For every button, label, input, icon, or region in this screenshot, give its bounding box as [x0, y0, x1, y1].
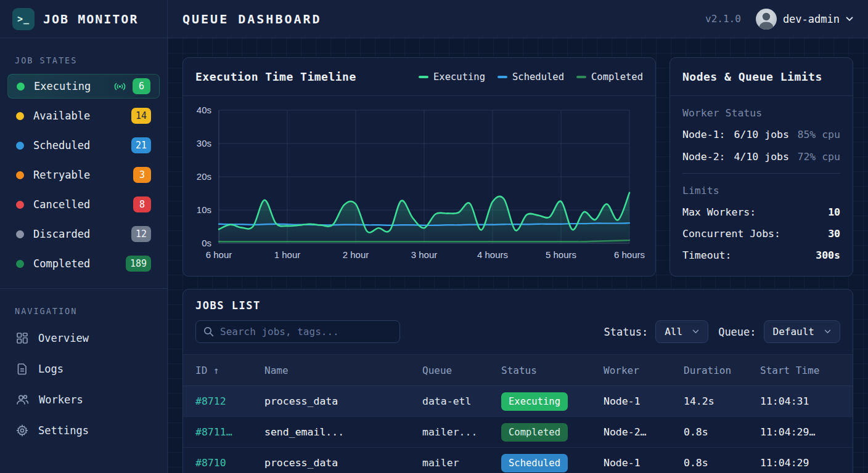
jobs-list-header: JOBS LIST Status:AllQueue:Default — [183, 289, 853, 343]
state-dot-icon — [16, 112, 24, 120]
sidebar-state-cancelled[interactable]: Cancelled8 — [7, 192, 160, 217]
column-header[interactable]: Status — [501, 365, 604, 376]
limit-label: Concurrent Jobs: — [682, 228, 780, 240]
column-header[interactable]: Start Time — [760, 365, 853, 376]
filter-dropdown[interactable]: Default — [764, 320, 840, 343]
job-name: send_email... — [264, 426, 422, 438]
job-name: process_data — [264, 395, 422, 407]
chart-legend: ExecutingScheduledCompleted — [419, 71, 643, 83]
job-worker: Node-1 — [604, 457, 684, 469]
svg-text:0s: 0s — [202, 238, 211, 248]
state-dot-icon — [16, 260, 24, 268]
nodes-divider — [682, 173, 840, 174]
sidebar-item-workers[interactable]: Workers — [7, 386, 160, 413]
sidebar-state-completed[interactable]: Completed189 — [7, 251, 160, 276]
node-jobs: 4/10 jobs — [734, 151, 798, 163]
node-cpu: 85% cpu — [797, 129, 840, 140]
job-worker: Node-2… — [604, 426, 684, 438]
svg-text:6 hours: 6 hours — [614, 249, 645, 260]
worker-status-label: Worker Status — [682, 107, 840, 119]
page-title: QUEUE DASHBOARD — [182, 12, 322, 26]
job-start-time: 11:04:31 — [760, 395, 853, 407]
user-menu[interactable]: dev-admin — [756, 9, 853, 30]
svg-text:4 hours: 4 hours — [477, 249, 508, 260]
state-count-badge: 6 — [133, 78, 150, 94]
node-name: Node-1: — [682, 129, 726, 140]
column-header[interactable]: Duration — [684, 365, 760, 376]
terminal-icon: >_ — [12, 8, 35, 30]
job-start-time: 11:04:29… — [760, 426, 853, 438]
table-row[interactable]: #8710process_datamailerScheduledNode-10.… — [183, 448, 853, 473]
sidebar-item-logs[interactable]: Logs — [7, 355, 160, 382]
dashboard-main: Execution Time Timeline ExecutingSchedul… — [168, 38, 868, 473]
limit-row: Max Workers:10 — [682, 206, 840, 218]
svg-text:1 hour: 1 hour — [274, 249, 301, 260]
table-row[interactable]: #8711…send_email...mailer...CompletedNod… — [183, 417, 853, 448]
limit-value: 300s — [816, 249, 840, 261]
svg-text:30s: 30s — [197, 138, 211, 148]
filter-queue: Queue:Default — [718, 320, 840, 343]
job-worker: Node-1 — [604, 395, 684, 407]
limit-label: Max Workers: — [682, 206, 756, 218]
sidebar: >_ JOB MONITOR JOB STATES Executing6Avai… — [0, 0, 168, 473]
table-row[interactable]: #8712process_datadata-etlExecutingNode-1… — [183, 386, 853, 417]
svg-text:2 hour: 2 hour — [343, 249, 369, 260]
job-id: #8710 — [195, 457, 264, 469]
job-states-list: Executing6Available14Scheduled21Retryabl… — [7, 74, 160, 276]
limit-row: Timeout:300s — [682, 249, 840, 261]
legend-item-executing[interactable]: Executing — [419, 71, 485, 83]
sidebar-state-available[interactable]: Available14 — [7, 103, 160, 128]
sidebar-item-overview[interactable]: Overview — [7, 325, 160, 352]
avatar-silhouette — [756, 9, 777, 30]
legend-item-completed[interactable]: Completed — [576, 71, 643, 83]
sidebar-content: JOB STATES Executing6Available14Schedule… — [0, 38, 167, 448]
search-input[interactable] — [220, 326, 392, 338]
sidebar-state-scheduled[interactable]: Scheduled21 — [7, 133, 160, 158]
main-column: QUEUE DASHBOARD v2.1.0 dev-admin — [168, 0, 868, 473]
column-header[interactable]: Name — [264, 365, 422, 376]
legend-label: Completed — [591, 71, 643, 83]
timeline-panel-header: Execution Time Timeline ExecutingSchedul… — [183, 58, 655, 96]
search-box[interactable] — [195, 320, 400, 343]
nav-item-label: Settings — [38, 424, 89, 437]
state-dot-icon — [16, 142, 24, 150]
column-header[interactable]: ID ↑ — [195, 365, 264, 376]
navigation-section-label: NAVIGATION — [7, 306, 160, 316]
nodes-panel-body: Worker Status Node-1:6/10 jobs85% cpuNod… — [670, 96, 853, 282]
sidebar-state-discarded[interactable]: Discarded12 — [7, 222, 160, 246]
nav-item-label: Workers — [39, 394, 83, 406]
search-icon — [203, 326, 214, 337]
state-dot-icon — [17, 83, 25, 91]
sidebar-state-retryable[interactable]: Retryable3 — [7, 163, 160, 187]
dropdown-value: All — [665, 326, 682, 338]
top-bar: QUEUE DASHBOARD v2.1.0 dev-admin — [168, 0, 868, 38]
state-label: Discarded — [33, 228, 131, 240]
state-count-badge: 3 — [133, 167, 151, 183]
column-header[interactable]: Queue — [422, 365, 501, 376]
jobs-table-header: ID ↑NameQueueStatusWorkerDurationStart T… — [183, 354, 853, 386]
app-logo: >_ JOB MONITOR — [0, 0, 167, 38]
filter-label: Queue: — [718, 326, 756, 338]
job-duration: 14.2s — [684, 395, 760, 407]
logs-icon — [16, 363, 28, 375]
state-count-badge: 12 — [131, 226, 151, 242]
state-count-badge: 21 — [131, 137, 151, 153]
column-header[interactable]: Worker — [604, 365, 684, 376]
legend-item-scheduled[interactable]: Scheduled — [497, 71, 564, 83]
jobs-filters: Status:AllQueue:Default — [604, 320, 840, 343]
jobs-list-panel: JOBS LIST Status:AllQueue:Default — [182, 289, 853, 473]
chevron-down-icon — [846, 17, 853, 22]
timeline-title: Execution Time Timeline — [195, 70, 356, 83]
svg-text:40s: 40s — [197, 105, 211, 115]
limit-value: 10 — [828, 206, 840, 218]
limits-label: Limits — [682, 185, 840, 196]
state-label: Retryable — [33, 169, 133, 181]
sidebar-item-settings[interactable]: Settings — [7, 417, 160, 444]
jobs-list-title: JOBS LIST — [195, 299, 840, 312]
filter-dropdown[interactable]: All — [655, 320, 708, 343]
sidebar-state-executing[interactable]: Executing6 — [7, 74, 160, 99]
nav-item-label: Overview — [38, 332, 89, 344]
job-queue: data-etl — [422, 395, 501, 407]
live-broadcast-icon — [113, 82, 127, 91]
legend-swatch — [576, 76, 586, 78]
